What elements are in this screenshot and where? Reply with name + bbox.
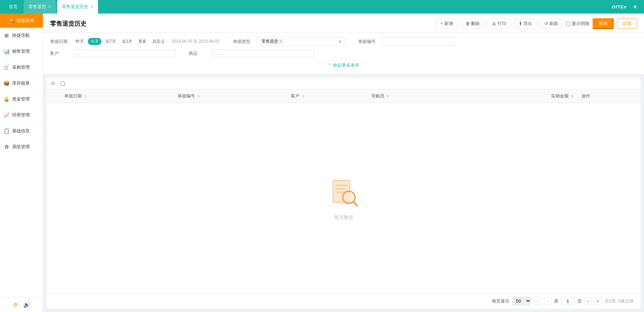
sidebar-item-finance-label: 资金管理	[12, 96, 30, 102]
data-table: 单据日期 ⇅ 单据编号 ⇅ 客户 ⇅	[47, 90, 641, 103]
table-area: ⚙ 单据日期 ⇅ 单据编号 ⇅	[47, 78, 641, 309]
tab-bar: 首页 零售退货 ✕ 零售退货历史 ✕	[4, 0, 612, 14]
sidebar-item-basic-info[interactable]: 📋 基础信息	[0, 123, 43, 139]
customer-filter-box[interactable]: ...	[74, 49, 175, 57]
sidebar-item-operations-label: 经营管理	[12, 112, 30, 118]
filter-area: 单据日期 昨天 今天 近7天 近1月 更多 自定义 2023-06-02 至 2…	[43, 33, 644, 74]
type-filter-label: 单据类型	[233, 39, 257, 45]
date-option-7days[interactable]: 近7天	[103, 38, 118, 45]
setting-button[interactable]: 设置	[617, 19, 637, 29]
doc-number-filter-label: 单据编号	[358, 39, 382, 45]
type-filter-box[interactable]: 零售退货 ✕ ▾	[257, 37, 344, 46]
sales-mgmt-icon: 📊	[3, 48, 9, 54]
next-page-button[interactable]: ›	[585, 297, 591, 305]
filter-row-2: 客户 ... 商品 ...	[50, 49, 637, 57]
first-page-button[interactable]: «	[534, 297, 542, 305]
prev-page-button[interactable]: ‹	[544, 297, 551, 305]
sidebar-item-quick-nav[interactable]: ⊞ 快捷导航	[0, 28, 43, 44]
new-button[interactable]: + 新增	[436, 19, 457, 29]
col-guide-sort-icon[interactable]: ⇅	[386, 94, 389, 98]
date-option-more[interactable]: 更多	[136, 38, 148, 45]
empty-state-icon	[327, 175, 361, 209]
type-tag-text: 零售退货	[262, 39, 278, 44]
table-settings-icon[interactable]: ⚙	[51, 81, 55, 87]
per-page-label: 每页显示	[492, 298, 509, 304]
col-customer-sort-icon[interactable]: ⇅	[302, 94, 304, 98]
basic-info-icon: 📋	[3, 128, 9, 134]
page-label: 第	[554, 298, 558, 304]
page-suffix: 页	[577, 298, 582, 304]
col-action-label: 操作	[581, 93, 590, 98]
sidebar-search[interactable]: 🔍 搜索菜单	[0, 14, 43, 28]
top-bar-right: OfTEn ✕	[612, 2, 640, 12]
sidebar-sound-button[interactable]: 🔊	[23, 302, 30, 308]
date-option-today[interactable]: 今天	[88, 38, 101, 45]
sidebar-item-system-mgmt-label: 系统管理	[12, 144, 30, 150]
svg-rect-1	[335, 185, 348, 186]
select-all-checkbox[interactable]	[61, 82, 65, 86]
delete-button[interactable]: 🗑 删除	[461, 19, 484, 29]
col-guide[interactable]: 导购员 ⇅	[367, 90, 464, 103]
tab-retail-return-close[interactable]: ✕	[48, 5, 51, 9]
type-dropdown-icon[interactable]: ▾	[339, 39, 341, 44]
per-page-select[interactable]: 10 20 50 100	[512, 297, 531, 305]
type-tag-close-icon[interactable]: ✕	[279, 39, 282, 44]
date-option-custom[interactable]: 自定义	[150, 38, 167, 45]
empty-state-text: 暂无数据	[334, 215, 353, 221]
tab-retail-return[interactable]: 零售退货 ✕	[24, 0, 56, 14]
col-date-sort-icon[interactable]: ⇅	[84, 94, 87, 98]
collapse-button[interactable]: ⌃ 收起更多条件	[322, 61, 365, 70]
svg-rect-2	[335, 188, 345, 190]
total-info: 共0页, 0条记录	[604, 298, 634, 304]
quick-nav-icon: ⊞	[3, 32, 9, 39]
tab-retail-return-history-label: 零售退货历史	[62, 4, 88, 10]
col-amount[interactable]: 实销金额 ⇅	[464, 90, 577, 103]
export-button[interactable]: ⬆ 导出	[514, 19, 537, 29]
col-date[interactable]: 单据日期 ⇅	[60, 90, 173, 103]
tab-home[interactable]: 首页	[4, 0, 22, 14]
page-header: 零售退货历史 + 新增 🗑 删除 🖨 打印 ⬆ 导出 ↺ 刷新 显示明细 查询 …	[43, 14, 644, 33]
last-page-button[interactable]: »	[594, 297, 602, 305]
date-option-1month[interactable]: 近1月	[120, 38, 135, 45]
brand-text: OfTEn	[612, 4, 627, 9]
col-customer[interactable]: 客户 ⇅	[287, 90, 367, 103]
show-detail-checkbox[interactable]	[566, 22, 570, 26]
date-option-yesterday[interactable]: 昨天	[74, 38, 86, 45]
app-close-button[interactable]: ✕	[630, 2, 640, 12]
inventory-icon: 📦	[3, 80, 9, 86]
customer-placeholder: ...	[77, 51, 80, 56]
customer-filter-label: 客户	[50, 50, 74, 57]
sidebar-gear-button[interactable]: ⚙	[13, 302, 18, 308]
page-number-input[interactable]	[561, 297, 575, 305]
sidebar-item-sales-mgmt[interactable]: 📊 销售管理	[0, 44, 43, 60]
col-number-sort-icon[interactable]: ⇅	[197, 94, 200, 98]
doc-number-input[interactable]	[382, 37, 456, 46]
goods-filter-label: 商品	[189, 50, 212, 57]
operations-icon: 📈	[3, 112, 9, 118]
date-range-text: 2023-06-02 至 2023-06-02	[171, 39, 219, 44]
print-button[interactable]: 🖨 打印	[487, 19, 511, 29]
sidebar-item-inventory[interactable]: 📦 库存核算	[0, 75, 43, 91]
filter-row-1: 单据日期 昨天 今天 近7天 近1月 更多 自定义 2023-06-02 至 2…	[50, 37, 637, 46]
page-title: 零售退货历史	[50, 20, 87, 28]
col-checkbox	[47, 90, 60, 103]
goods-filter-box[interactable]: ...	[212, 49, 314, 57]
col-number[interactable]: 单据编号 ⇅	[173, 90, 287, 103]
tab-retail-return-history-close[interactable]: ✕	[90, 5, 93, 9]
main-layout: 🔍 搜索菜单 ⊞ 快捷导航 📊 销售管理 🛒 采购管理 📦 库存核算 🔒	[0, 14, 644, 312]
show-detail-label: 显示明细	[566, 21, 589, 27]
sidebar-item-finance[interactable]: 🔒 资金管理	[0, 91, 43, 107]
sidebar-item-operations[interactable]: 📈 经营管理	[0, 107, 43, 123]
query-button[interactable]: 查询	[593, 18, 614, 29]
sidebar-item-system-mgmt[interactable]: ⚙ 系统管理	[0, 139, 43, 155]
col-amount-sort-icon[interactable]: ⇅	[571, 94, 573, 98]
sidebar-item-sales-mgmt-label: 销售管理	[12, 48, 30, 54]
tab-retail-return-label: 零售退货	[28, 4, 46, 10]
page-actions: + 新增 🗑 删除 🖨 打印 ⬆ 导出 ↺ 刷新 显示明细 查询 设置	[436, 18, 637, 29]
top-bar: 首页 零售退货 ✕ 零售退货历史 ✕ OfTEn ✕	[0, 0, 644, 14]
refresh-button[interactable]: ↺ 刷新	[540, 19, 563, 29]
goods-placeholder: ...	[215, 51, 219, 56]
tab-retail-return-history[interactable]: 零售退货历史 ✕	[57, 0, 98, 14]
type-filter-tag: 零售退货 ✕	[260, 38, 284, 45]
sidebar-item-purchase-mgmt[interactable]: 🛒 采购管理	[0, 60, 43, 75]
